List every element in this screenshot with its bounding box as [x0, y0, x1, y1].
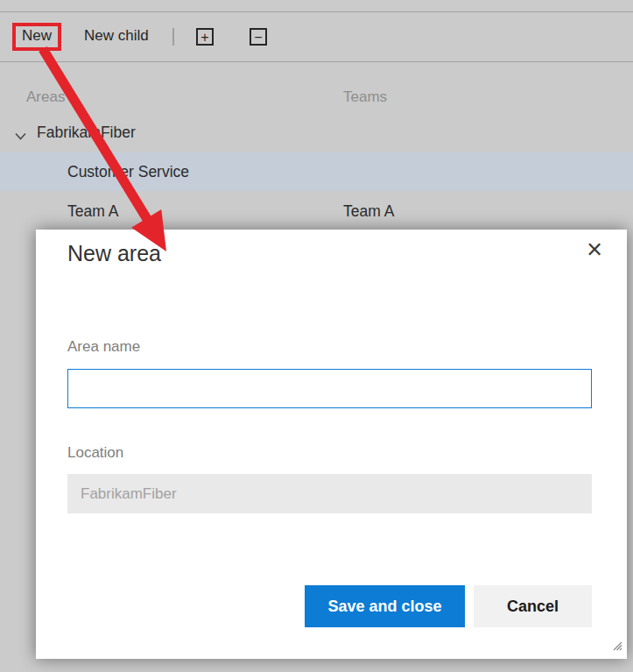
- area-name-input[interactable]: [67, 369, 592, 408]
- expand-all-icon[interactable]: +: [196, 28, 214, 46]
- toolbar-divider: [172, 28, 174, 46]
- resize-grip-icon[interactable]: [610, 639, 622, 654]
- table-cell-team-a-teams: Team A: [343, 202, 394, 221]
- table-row-team-a[interactable]: Team A: [67, 202, 118, 221]
- new-child-button[interactable]: New child: [84, 27, 149, 45]
- dialog-title: New area: [67, 241, 161, 266]
- chevron-down-icon[interactable]: [15, 128, 26, 144]
- collapse-all-icon[interactable]: −: [250, 28, 267, 46]
- new-area-dialog: New area × Area name Location Save and c…: [36, 230, 627, 659]
- cancel-button[interactable]: Cancel: [474, 585, 592, 627]
- toolbar-divider-line: [0, 61, 633, 62]
- column-header-teams[interactable]: Teams: [343, 88, 387, 106]
- close-icon[interactable]: ×: [580, 233, 609, 266]
- area-name-label: Area name: [67, 338, 140, 356]
- page-top-divider: [0, 11, 633, 12]
- save-and-close-button[interactable]: Save and close: [305, 585, 465, 627]
- column-header-areas[interactable]: Areas: [26, 88, 65, 106]
- location-input: [67, 474, 592, 513]
- table-row-customer-service[interactable]: Customer Service: [67, 163, 189, 181]
- table-row-fabrikamfiber[interactable]: FabrikamFiber: [37, 124, 136, 142]
- new-button[interactable]: New: [22, 27, 52, 45]
- location-label: Location: [67, 444, 123, 462]
